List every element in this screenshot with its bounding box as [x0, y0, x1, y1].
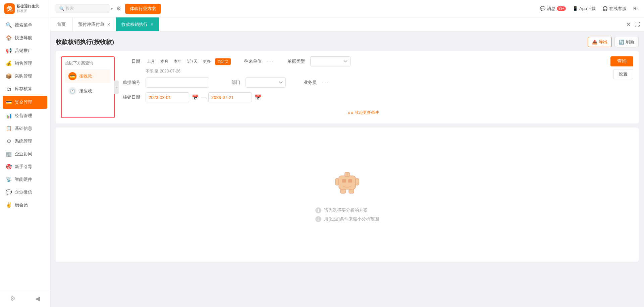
msg-btn[interactable]: 💬 消息 99+	[540, 6, 566, 12]
sidebar-item-search[interactable]: 🔍 搜索菜单	[0, 19, 50, 32]
settings-btn[interactable]: 设置	[613, 69, 633, 79]
logo-text-container: 畅捷通好生意 标准版	[17, 4, 39, 13]
date-unlimited-text: 不限 至 2023-07-26	[146, 69, 180, 73]
collapse-more-label: 收起更多条件	[355, 110, 379, 115]
staff-input[interactable]: ···	[322, 79, 329, 86]
sidebar-item-marketing[interactable]: 📢 营销推广	[0, 44, 50, 57]
filter-form-container: 日期 上月 本月 本年 近7天 更多 自定义 往来单位 ··· 单据类型	[120, 56, 633, 118]
app-download-btn[interactable]: 📱 App下载	[573, 6, 596, 12]
sidebar-item-sales[interactable]: 💰 销售管理	[0, 57, 50, 70]
industry-btn[interactable]: 体验行业方案	[125, 4, 161, 14]
sidebar-logo: 兔 畅捷通好生意 标准版	[0, 0, 50, 17]
date-opt-this-year[interactable]: 本年	[172, 58, 183, 65]
sidebar-item-hardware[interactable]: 📡 智能硬件	[0, 173, 50, 186]
tab-home[interactable]: 首页	[50, 17, 73, 31]
tab-prepay-close[interactable]: ✕	[107, 22, 110, 27]
inventory-icon: 🗂	[5, 86, 12, 92]
sidebar-item-label: 企业协同	[15, 151, 32, 157]
verify-date-label: 核销日期	[120, 94, 140, 100]
topbar: 🔍 搜索 ▾ ⚙ 体验行业方案 💬 消息 99+ 📱 App下载 🎧 在线客服 …	[50, 0, 644, 17]
sidebar-item-label: 采购管理	[15, 73, 32, 79]
sidebar-item-inventory[interactable]: 🗂 库存核算	[0, 83, 50, 95]
sidebar-item-funds[interactable]: 💳 资金管理	[3, 96, 47, 109]
search-menu-icon: 🔍	[5, 22, 12, 28]
sidebar-item-operations[interactable]: 📊 经营管理	[0, 109, 50, 122]
sidebar-item-enterprise[interactable]: 🏢 企业协同	[0, 148, 50, 160]
refresh-btn[interactable]: 🔄 刷新	[614, 37, 639, 47]
operations-icon: 📊	[5, 113, 12, 119]
sidebar-item-wechat[interactable]: 💬 企业微信	[0, 186, 50, 199]
tab-receipt-verify[interactable]: 收款核销执行 ✕	[116, 17, 159, 31]
sidebar-item-label: 畅会员	[15, 202, 28, 208]
query-btn[interactable]: 查询	[610, 56, 633, 66]
filter-selector-collapse[interactable]: »	[114, 81, 119, 94]
doc-no-label: 单据编号	[120, 80, 140, 86]
search-placeholder: 搜索	[66, 6, 74, 11]
refresh-label: 刷新	[626, 39, 634, 45]
doc-type-select[interactable]	[310, 56, 351, 66]
enterprise-icon: 🏢	[5, 151, 12, 157]
tab-close-window-icon[interactable]: ✕	[626, 21, 631, 28]
topbar-chevron-icon[interactable]: ▾	[111, 6, 113, 11]
user-name[interactable]: Rit	[633, 6, 639, 11]
search-icon: 🔍	[59, 6, 64, 11]
export-btn[interactable]: 📤 导出	[588, 37, 612, 47]
filter-selector: 按以下方案查询 💳 按收款 🕐 按应收 »	[61, 56, 115, 118]
page-header: 收款核销执行(按收款) 📤 导出 🔄 刷新	[56, 37, 639, 47]
hint-text-2: 用[过滤]条件来缩小分析范围	[324, 215, 379, 223]
receipt-option-label: 按收款	[79, 73, 92, 79]
counterpart-input[interactable]: ···	[267, 58, 274, 65]
filter-panel: 按以下方案查询 💳 按收款 🕐 按应收 » 日期	[56, 51, 639, 123]
sidebar-item-member[interactable]: ✌ 畅会员	[0, 199, 50, 211]
verify-date-start-cal-icon[interactable]: 📅	[192, 94, 199, 101]
doc-type-label: 单据类型	[285, 58, 305, 64]
verify-date-end[interactable]: 2023-07-21	[208, 92, 252, 102]
date-opt-this-month[interactable]: 本月	[159, 58, 170, 65]
basicinfo-icon: 📋	[5, 125, 12, 132]
page-content: 收款核销执行(按收款) 📤 导出 🔄 刷新 按以下方案查询 💳 按收款	[50, 32, 644, 307]
settings-bottom-icon[interactable]: ⚙	[8, 293, 17, 304]
collapse-sidebar-icon[interactable]: ◀	[33, 293, 42, 304]
staff-label: 业务员	[297, 80, 317, 86]
date-opt-7days[interactable]: 近7天	[186, 58, 199, 65]
collapse-more-btn[interactable]: ∧∧ 收起更多条件	[347, 110, 379, 115]
hint-text-1: 请先选择要分析的方案	[324, 206, 368, 215]
hint-num-2: 2	[315, 216, 321, 222]
main-area: 🔍 搜索 ▾ ⚙ 体验行业方案 💬 消息 99+ 📱 App下载 🎧 在线客服 …	[50, 0, 644, 307]
date-custom-badge[interactable]: 自定义	[215, 58, 231, 65]
sidebar-bottom: ⚙ ◀	[0, 290, 50, 307]
tab-prepay[interactable]: 预付冲应付单 ✕	[73, 17, 116, 31]
dept-select[interactable]	[246, 78, 286, 88]
customer-service-btn[interactable]: 🎧 在线客服	[602, 6, 627, 12]
filter-option-by-receivable[interactable]: 🕐 按应收	[65, 84, 111, 98]
verify-date-start[interactable]: 2023-03-01	[146, 92, 189, 102]
counterpart-label: 往来单位	[241, 58, 262, 64]
topbar-gear-icon[interactable]: ⚙	[116, 5, 121, 12]
sidebar-item-quicknav[interactable]: 🏠 快捷导航	[0, 32, 50, 44]
doc-no-input[interactable]	[146, 78, 209, 88]
sidebar-item-newbie[interactable]: 🎯 新手引导	[0, 160, 50, 173]
logo-title: 畅捷通好生意	[17, 4, 39, 8]
logo-badge: 标准版	[17, 9, 39, 13]
receipt-option-icon: 💳	[68, 72, 76, 80]
sidebar-item-basicinfo[interactable]: 📋 基础信息	[0, 122, 50, 135]
refresh-icon: 🔄	[619, 40, 624, 45]
sidebar-item-label: 系统管理	[15, 138, 32, 144]
system-icon: ⚙	[5, 138, 12, 144]
verify-date-end-cal-icon[interactable]: 📅	[255, 94, 261, 101]
content-area: 1 请先选择要分析的方案 2 用[过滤]条件来缩小分析范围	[56, 127, 639, 262]
tab-receipt-label: 收款核销执行	[121, 21, 148, 28]
filter-row-date: 日期 上月 本月 本年 近7天 更多 自定义 往来单位 ··· 单据类型	[120, 56, 606, 66]
sidebar-item-label: 资金管理	[15, 99, 32, 105]
topbar-search[interactable]: 🔍 搜索	[56, 4, 109, 13]
export-icon: 📤	[592, 40, 597, 45]
date-opt-more[interactable]: 更多	[202, 58, 212, 65]
tab-maximize-icon[interactable]: ⛶	[635, 21, 640, 28]
funds-icon: 💳	[5, 99, 12, 105]
filter-form: 日期 上月 本月 本年 近7天 更多 自定义 往来单位 ··· 单据类型	[120, 56, 606, 118]
sidebar-item-system[interactable]: ⚙ 系统管理	[0, 135, 50, 148]
date-opt-last-month[interactable]: 上月	[146, 58, 156, 65]
sidebar-item-purchase[interactable]: 📦 采购管理	[0, 70, 50, 83]
filter-option-by-receipt[interactable]: 💳 按收款	[65, 69, 111, 83]
tab-receipt-close[interactable]: ✕	[150, 22, 154, 27]
